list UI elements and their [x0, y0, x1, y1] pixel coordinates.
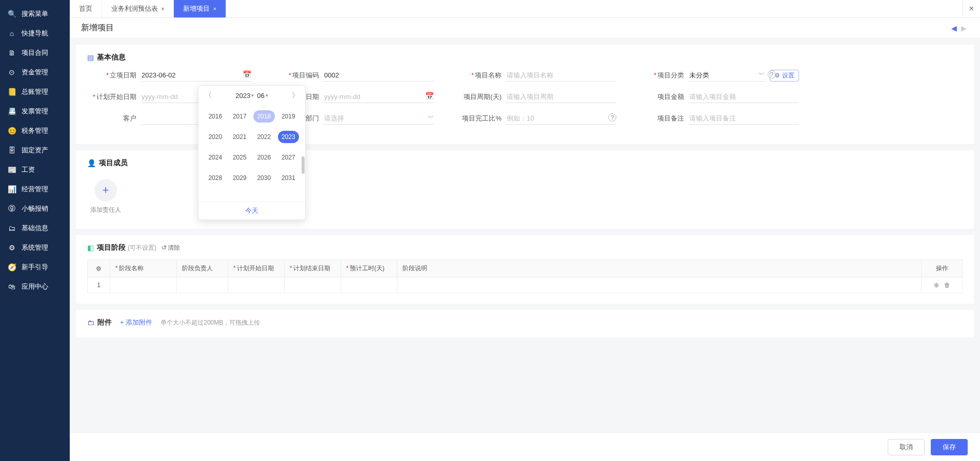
stage-icon: ◧ — [87, 244, 94, 252]
sidebar-item-quicknav[interactable]: ⌂快捷导航 — [0, 24, 70, 43]
cancel-button[interactable]: 取消 — [888, 439, 925, 455]
asset-icon: 🗄 — [7, 146, 16, 155]
add-row-icon[interactable]: ⊕ — [934, 282, 939, 289]
year-option[interactable]: 2023 — [278, 131, 299, 143]
sidebar-item-label: 快捷导航 — [22, 29, 48, 38]
year-option[interactable]: 2031 — [278, 172, 299, 184]
cell-desc[interactable] — [397, 277, 922, 293]
label-project-cat: 项目分类 — [657, 71, 684, 79]
help-icon[interactable]: ? — [768, 70, 776, 78]
help-icon[interactable]: ? — [608, 113, 616, 122]
year-option[interactable]: 2017 — [229, 110, 251, 123]
sidebar-item-system[interactable]: ⚙系统管理 — [0, 238, 70, 257]
folder-icon: 🗀 — [87, 318, 94, 327]
date-picker-popover: 〈 2023▾ 06▾ 〉 20162017201820192020202120… — [198, 85, 306, 220]
user-icon: 👤 — [87, 159, 96, 167]
sidebar-item-ledger[interactable]: 📒总账管理 — [0, 82, 70, 102]
cell-name[interactable] — [110, 277, 177, 293]
sidebar-item-funds[interactable]: ⊙资金管理 — [0, 63, 70, 82]
close-icon[interactable]: × — [213, 6, 216, 12]
year-option[interactable]: 2025 — [229, 151, 251, 164]
calendar-icon[interactable]: 📅 — [425, 92, 434, 100]
month-select[interactable]: 06▾ — [257, 92, 268, 99]
year-option[interactable]: 2022 — [253, 131, 275, 143]
sidebar-item-guide[interactable]: 🧭新手引导 — [0, 257, 70, 277]
col-ops: 操作 — [936, 265, 948, 272]
tab-profit-estimate[interactable]: 业务利润预估表× — [102, 0, 174, 17]
section-title-basic: 基本信息 — [97, 53, 126, 62]
dept-select[interactable] — [323, 112, 434, 125]
label-amount: 项目金额 — [657, 93, 684, 101]
cell-end[interactable] — [285, 277, 341, 293]
sidebar-item-assets[interactable]: 🗄固定资产 — [0, 141, 70, 160]
label-remark: 项目备注 — [657, 114, 684, 122]
year-option[interactable]: 2016 — [205, 110, 226, 123]
sidebar-item-tax[interactable]: 😊税务管理 — [0, 121, 70, 141]
chevron-down-icon[interactable]: ﹀ — [758, 70, 765, 79]
remark-input[interactable] — [688, 112, 799, 125]
delete-row-icon[interactable]: 🗑 — [944, 282, 950, 289]
col-desc: 阶段说明 — [403, 265, 427, 272]
year-option[interactable]: 2020 — [205, 131, 226, 143]
sidebar-item-label: 税务管理 — [22, 126, 48, 135]
year-select[interactable]: 2023▾ — [235, 92, 254, 99]
tab-label: 首页 — [79, 4, 92, 13]
tab-new-project[interactable]: 新增项目× — [174, 0, 226, 17]
cell-hours[interactable] — [341, 277, 397, 293]
year-option[interactable]: 2024 — [205, 151, 226, 164]
year-option[interactable]: 2019 — [278, 110, 299, 123]
project-category-select[interactable] — [688, 69, 765, 82]
info-icon: 🗂 — [7, 224, 16, 233]
prev-year-button[interactable]: 〈 — [205, 91, 212, 100]
calendar-icon[interactable]: 📅 — [243, 70, 251, 78]
year-option[interactable]: 2029 — [229, 172, 251, 184]
next-year-button[interactable]: 〉 — [292, 91, 299, 100]
year-option[interactable]: 2026 — [253, 151, 275, 164]
add-member-button[interactable]: + — [94, 179, 117, 202]
tabs-close-all[interactable]: × — [963, 0, 980, 17]
close-icon[interactable]: × — [161, 6, 164, 12]
sidebar-item-operation[interactable]: 📊经营管理 — [0, 179, 70, 199]
sidebar-item-invoice[interactable]: 📇发票管理 — [0, 102, 70, 121]
sidebar-item-expense[interactable]: ⓖ小畅报销 — [0, 199, 70, 218]
col-gear[interactable]: ⚙ — [88, 260, 110, 277]
project-name-input[interactable] — [506, 69, 616, 82]
gear-icon: ⚙ — [96, 265, 102, 272]
year-option[interactable]: 2027 — [278, 151, 299, 164]
today-button[interactable]: 今天 — [198, 202, 305, 219]
form-icon: ▤ — [87, 53, 94, 62]
year-option[interactable]: 2028 — [205, 172, 226, 184]
cycle-input[interactable] — [506, 91, 616, 103]
sidebar-item-basic[interactable]: 🗂基础信息 — [0, 218, 70, 238]
label-plan-start: 计划开始日期 — [96, 93, 136, 101]
plan-end-input[interactable] — [323, 91, 434, 103]
year-option[interactable]: 2030 — [253, 172, 275, 184]
label-create-date: 立项日期 — [110, 71, 136, 79]
col-name: 阶段名称 — [119, 265, 144, 272]
attachment-hint: 单个大小不超过200MB，可拖拽上传 — [161, 318, 260, 327]
doc-icon: 🗎 — [7, 48, 16, 57]
sidebar-item-apps[interactable]: 🛍应用中心 — [0, 277, 70, 296]
tab-home[interactable]: 首页 — [70, 0, 102, 17]
amount-input[interactable] — [688, 91, 799, 103]
progress-input[interactable] — [506, 112, 616, 125]
clear-stages-button[interactable]: ↺清除 — [162, 244, 180, 252]
sidebar-item-salary[interactable]: 📰工资 — [0, 160, 70, 179]
sidebar-item-contract[interactable]: 🗎项目合同 — [0, 43, 70, 63]
next-record-button[interactable]: ▶ — [959, 24, 969, 32]
scrollbar-thumb[interactable] — [302, 156, 305, 174]
prev-record-button[interactable]: ◀ — [949, 24, 959, 32]
sidebar-item-label: 固定资产 — [22, 146, 48, 155]
save-button[interactable]: 保存 — [931, 439, 968, 455]
chevron-down-icon[interactable]: ﹀ — [428, 113, 434, 122]
tab-label: 新增项目 — [183, 4, 210, 13]
create-date-input[interactable] — [141, 69, 251, 82]
cell-start[interactable] — [228, 277, 285, 293]
cell-owner[interactable] — [177, 277, 228, 293]
add-attachment-button[interactable]: + 添加附件 — [120, 318, 152, 327]
year-option[interactable]: 2021 — [229, 131, 251, 143]
sidebar-item-search[interactable]: 🔍搜索菜单 — [0, 4, 70, 24]
panel-attach: 🗀 附件 + 添加附件 单个大小不超过200MB，可拖拽上传 — [76, 310, 974, 337]
project-code-input[interactable] — [323, 69, 434, 82]
year-option[interactable]: 2018 — [253, 110, 275, 123]
